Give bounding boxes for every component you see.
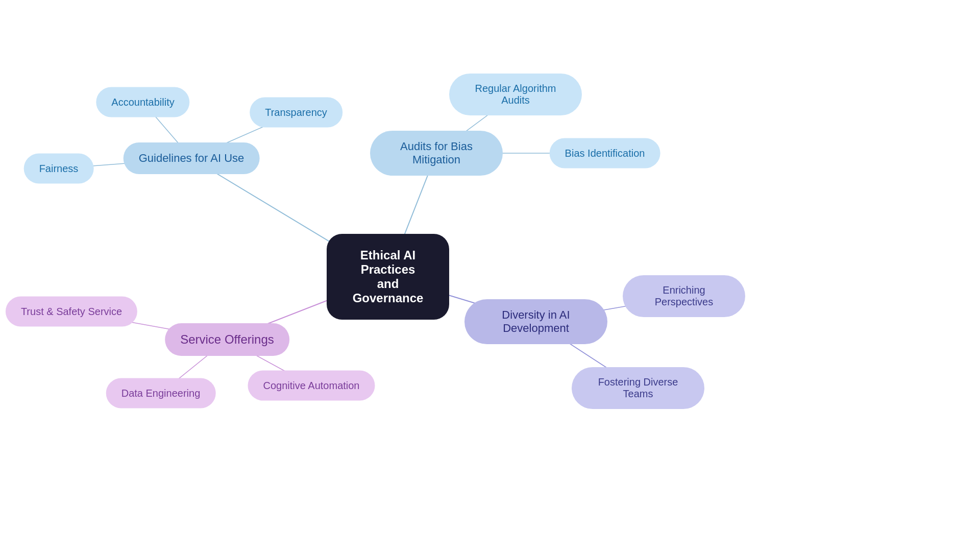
audits-node[interactable]: Audits for Bias Mitigation — [370, 131, 503, 176]
guidelines-node[interactable]: Guidelines for AI Use — [124, 142, 260, 174]
diversity-node[interactable]: Diversity in AI Development — [464, 299, 607, 344]
data-eng-node[interactable]: Data Engineering — [106, 378, 216, 408]
cognitive-node[interactable]: Cognitive Automation — [248, 371, 375, 401]
regular-audits-node[interactable]: Regular Algorithm Audits — [449, 74, 582, 115]
fostering-node[interactable]: Fostering Diverse Teams — [572, 367, 704, 409]
accountability-node[interactable]: Accountability — [96, 87, 189, 117]
fairness-node[interactable]: Fairness — [24, 154, 94, 184]
bias-id-node[interactable]: Bias Identification — [550, 138, 660, 169]
transparency-node[interactable]: Transparency — [250, 98, 342, 128]
center-node[interactable]: Ethical AI Practices andGovernance — [327, 234, 449, 320]
service-node[interactable]: Service Offerings — [165, 323, 289, 356]
trust-node[interactable]: Trust & Safety Service — [6, 297, 137, 327]
enriching-node[interactable]: Enriching Perspectives — [623, 275, 745, 317]
